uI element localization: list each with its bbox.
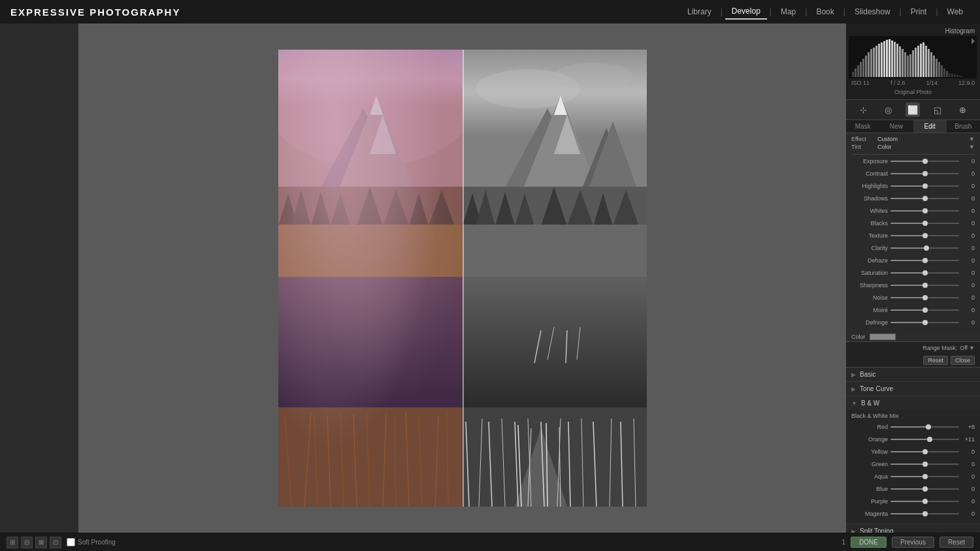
svg-line-25 [383,414,386,507]
nav-map[interactable]: Map [774,5,802,19]
bw-aqua-track[interactable] [890,476,959,477]
done-button[interactable]: DONE [851,537,887,548]
bw-blue-track[interactable] [890,488,959,490]
svg-marker-14 [429,190,455,226]
nav-slideshow[interactable]: Slideshow [848,5,897,19]
histogram-original: Original Photo [849,87,977,97]
svg-rect-110 [938,62,940,77]
effect-row: Effect Custom ▼ [851,136,975,142]
tool-gradient[interactable]: ◱ [930,102,945,117]
bw-orange-label: Orange [851,436,890,443]
tab-mask[interactable]: Mask [846,120,879,133]
bw-purple-track[interactable] [890,501,959,502]
defringe-label: Defringe [851,319,890,326]
bw-orange-track[interactable] [890,439,959,440]
nav-web[interactable]: Web [941,5,970,19]
tool-heal[interactable]: ◎ [881,102,896,117]
highlights-value: 0 [959,183,975,189]
shadows-track[interactable] [890,198,959,199]
highlights-track[interactable] [890,185,959,187]
histogram-shutter: 1/14 [926,80,938,86]
soft-proofing-checkbox[interactable] [67,538,75,546]
svg-marker-10 [331,193,350,226]
tool-brush[interactable]: ⊕ [955,102,970,117]
bw-blue-label: Blue [851,486,890,492]
shadows-label: Shadows [851,195,890,202]
bw-section-label: B & W [861,400,879,407]
bw-section-header[interactable]: ▼ B & W [846,396,980,410]
blacks-value: 0 [959,220,975,227]
svg-rect-118 [959,76,961,77]
svg-rect-81 [862,59,864,77]
tool-select[interactable]: ⬜ [906,102,920,117]
type-expand[interactable]: ▼ [969,144,975,150]
compare-icon[interactable]: ⊠ [35,537,47,548]
bw-yellow-label: Yellow [851,449,890,455]
nav-library[interactable]: Library [681,5,718,19]
nav-print[interactable]: Print [904,5,934,19]
reset-button[interactable]: Reset [923,356,948,365]
tool-crop[interactable]: ⊹ [857,102,871,117]
svg-rect-111 [941,65,943,77]
filmstrip-icon[interactable]: ⊟ [21,537,33,548]
defringe-track[interactable] [890,322,959,323]
tone-curve-header[interactable]: ▶ Tone Curve [846,382,980,396]
effect-preset[interactable]: Custom [877,136,969,142]
svg-marker-13 [409,193,429,226]
nav-develop[interactable]: Develop [725,4,767,20]
tab-new[interactable]: New [879,120,913,133]
texture-value: 0 [959,232,975,239]
svg-rect-101 [915,48,917,77]
svg-rect-91 [889,39,890,77]
bw-yellow-track[interactable] [890,451,959,452]
svg-line-23 [353,414,357,507]
histogram-extra: 12.9.0 [958,80,975,86]
contrast-label: Contrast [851,170,890,177]
bw-magenta-track[interactable] [890,513,959,514]
noise-track[interactable] [890,297,959,298]
whites-track[interactable] [890,210,959,212]
close-button[interactable]: Close [951,356,975,365]
split-toning-arrow: ▶ [851,528,856,533]
color-row: Color [846,332,980,341]
svg-rect-0 [278,50,463,193]
svg-rect-95 [899,46,901,77]
range-mask-arrow[interactable]: ▼ [969,345,975,351]
bw-red-value: +8 [959,424,975,430]
blacks-track[interactable] [890,223,959,224]
type-value[interactable]: Color [877,144,969,150]
effect-label: Effect [851,136,877,142]
previous-button[interactable]: Previous [892,537,934,548]
reset-bottom-button[interactable]: Reset [939,537,973,548]
bw-green-track[interactable] [890,464,959,465]
saturation-row: Saturation 0 [851,268,975,278]
moire-track[interactable] [890,309,959,311]
zoom-icon[interactable]: ⊡ [50,537,61,548]
histogram-title: Histogram [849,26,977,36]
nav-book[interactable]: Book [809,5,840,19]
saturation-track[interactable] [890,272,959,274]
tab-edit[interactable]: Edit [913,120,947,133]
bw-red-track[interactable] [890,426,959,428]
texture-track[interactable] [890,235,959,236]
grid-icon[interactable]: ⊞ [7,537,18,548]
clarity-track[interactable] [890,247,959,249]
svg-rect-90 [886,40,888,77]
svg-line-24 [367,412,370,507]
effect-expand[interactable]: ▼ [969,136,975,142]
basic-section-label: Basic [860,371,875,378]
range-mask-value[interactable]: Off [960,345,968,351]
svg-rect-93 [894,42,896,77]
photo-divider [463,50,464,507]
color-swatch[interactable] [870,334,896,340]
exposure-track[interactable] [890,161,959,162]
basic-section-header[interactable]: ▶ Basic [846,368,980,381]
tab-brush[interactable]: Brush [947,120,980,133]
photo-right-svg [463,50,647,507]
color-label: Color [851,334,866,340]
split-toning-header[interactable]: ▶ Split Toning [846,524,980,533]
svg-rect-107 [930,52,932,77]
sharpness-track[interactable] [890,285,959,286]
contrast-track[interactable] [890,173,959,174]
dehaze-track[interactable] [890,260,959,261]
